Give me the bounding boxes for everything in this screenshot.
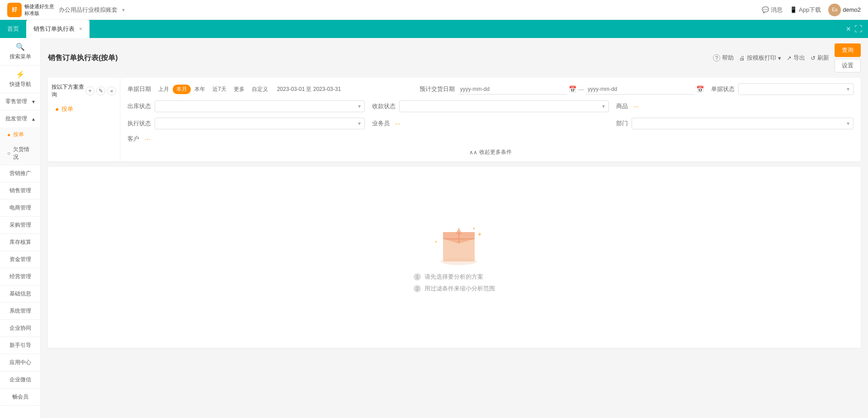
page-header: 销售订单执行表(按单) ? 帮助 🖨 按模板打印 ▾ ↗ 导出 (48, 43, 861, 72)
svg-text:✦: ✦ (477, 231, 482, 238)
product-ellipsis-btn[interactable]: ··· (632, 103, 641, 110)
svg-marker-8 (456, 228, 462, 234)
main-layout: 🔍 搜索菜单 ⚡ 快捷导航 零售管理 ▾ 批发管理 ▴ ● 按单 (0, 38, 868, 418)
calendar-start-icon[interactable]: 📅 (569, 86, 576, 93)
sidebar-item-member[interactable]: 畅会员 (0, 389, 40, 406)
collapse-btn[interactable]: ∧∧ 收起更多条件 (469, 148, 512, 156)
sidebar-item-wholesale[interactable]: 批发管理 ▴ (0, 110, 40, 127)
tab-bar-actions: × ⛶ (846, 25, 868, 33)
settings-button[interactable]: 设置 (835, 59, 861, 72)
close-window-btn[interactable]: × (846, 25, 851, 33)
sidebar-item-marketing[interactable]: 营销推广 (0, 165, 40, 182)
sales-ellipsis-btn[interactable]: ··· (393, 120, 402, 127)
help-icon: ? (713, 54, 720, 62)
sidebar-item-app-center[interactable]: 应用中心 (0, 354, 40, 371)
receipt-label: 收款状态 (372, 102, 396, 110)
filter-group-dept: 部门 ▾ (616, 118, 854, 129)
expected-date-end[interactable] (586, 84, 694, 95)
message-icon: 💬 (762, 6, 769, 13)
filter-row-3: 执行状态 ▾ 业务员 ··· 部门 (127, 118, 854, 129)
sidebar-item-retail[interactable]: 零售管理 ▾ (0, 93, 40, 110)
status-select[interactable]: ▾ (738, 83, 854, 95)
export-icon: ↗ (787, 55, 792, 62)
date-tab-this-month[interactable]: 本月 (173, 85, 191, 94)
print-chevron-icon: ▾ (778, 55, 781, 62)
sidebar-item-system[interactable]: 系统管理 (0, 303, 40, 320)
date-label: 单据日期 (127, 85, 151, 93)
scheme-selector: 按以下方案查询 + ✎ « (48, 78, 120, 162)
filter-group-outbound: 出库状态 ▾ (127, 100, 365, 112)
user-profile-btn[interactable]: Ea demo2 (828, 4, 861, 16)
tab-close-icon[interactable]: × (79, 26, 82, 32)
sidebar-sub-item-欠货情况[interactable]: ○ 欠货情况 (0, 142, 40, 165)
sidebar: 🔍 搜索菜单 ⚡ 快捷导航 零售管理 ▾ 批发管理 ▴ ● 按单 (0, 38, 41, 418)
sidebar-item-corp[interactable]: 企业协同 (0, 320, 40, 337)
edit-scheme-btn[interactable]: ✎ (96, 86, 105, 95)
outbound-label: 出库状态 (127, 102, 151, 110)
sidebar-quick-nav[interactable]: ⚡ 快捷导航 (0, 66, 40, 93)
dept-chevron-icon: ▾ (847, 120, 849, 127)
exec-chevron-icon: ▾ (358, 120, 361, 127)
product-label: 商品 (616, 102, 628, 110)
date-tab-last-month[interactable]: 上月 (155, 85, 173, 94)
export-btn[interactable]: ↗ 导出 (787, 54, 805, 62)
calendar-end-icon[interactable]: 📅 (696, 86, 704, 93)
sidebar-sub-menu: ● 按单 ○ 欠货情况 (0, 127, 40, 165)
empty-tip-1: 1 请先选择要分析的方案 (414, 273, 495, 281)
receipt-select[interactable]: ▾ (399, 100, 609, 112)
help-btn[interactable]: ? 帮助 (713, 54, 734, 62)
tab-home[interactable]: 首页 (0, 20, 26, 38)
date-tab-7days[interactable]: 近7天 (209, 85, 230, 94)
message-btn[interactable]: 💬 消息 (762, 6, 783, 14)
collapse-up-icon: ∧∧ (469, 149, 477, 156)
edit-icon: ✎ (99, 88, 103, 94)
sidebar-item-purchase[interactable]: 采购管理 (0, 217, 40, 234)
scheme-item-按单[interactable]: ● 按单 (52, 102, 116, 116)
print-btn[interactable]: 🖨 按模板打印 ▾ (739, 54, 781, 62)
sidebar-item-ops[interactable]: 经营管理 (0, 268, 40, 285)
collapse-scheme-btn[interactable]: « (107, 86, 116, 95)
maximize-window-btn[interactable]: ⛶ (854, 25, 863, 33)
scheme-actions: + ✎ « (85, 86, 116, 95)
filter-row-2: 出库状态 ▾ 收款状态 ▾ (127, 100, 854, 112)
breadcrumb: 办公用品行业模拟账套 (59, 6, 118, 14)
tab-sales-order-exec[interactable]: 销售订单执行表 × (26, 20, 90, 38)
date-tab-custom[interactable]: 自定义 (248, 85, 272, 94)
sales-label: 业务员 (372, 119, 390, 128)
sidebar-item-inventory[interactable]: 库存核算 (0, 234, 40, 251)
sub-item-icon: ○ (7, 150, 10, 157)
add-scheme-btn[interactable]: + (85, 86, 94, 95)
expected-date-start[interactable] (458, 84, 567, 95)
sidebar-search[interactable]: 🔍 搜索菜单 (0, 38, 40, 66)
dept-label: 部门 (616, 119, 628, 128)
date-separator: — (578, 86, 584, 93)
sidebar-item-sales[interactable]: 销售管理 (0, 182, 40, 200)
sidebar-sub-item-按单[interactable]: ● 按单 (0, 127, 40, 142)
dept-select[interactable]: ▾ (632, 118, 854, 129)
exec-select[interactable]: ▾ (155, 118, 365, 129)
date-tab-more[interactable]: 更多 (230, 85, 248, 94)
result-area: ✦ ✦ ✦ 1 请先选择要分析的方案 2 用过滤条件来缩小分析范围 (48, 167, 861, 348)
nav-icon: ⚡ (16, 70, 25, 79)
sidebar-item-finance[interactable]: 资金管理 (0, 251, 40, 268)
outbound-chevron-icon: ▾ (358, 103, 361, 109)
add-icon: + (88, 88, 91, 94)
page-container: 销售订单执行表(按单) ? 帮助 🖨 按模板打印 ▾ ↗ 导出 (41, 38, 868, 353)
outbound-select[interactable]: ▾ (155, 100, 365, 112)
filter-row-1: 单据日期 上月 本月 本年 近7天 更多 自定义 2023-03-01 至 20… (127, 83, 854, 95)
refresh-btn[interactable]: ↺ 刷新 (811, 54, 829, 62)
query-button[interactable]: 查询 (835, 43, 861, 57)
customer-ellipsis-btn[interactable]: ··· (143, 135, 152, 142)
sidebar-item-basic[interactable]: 基础信息 (0, 285, 40, 303)
filter-group-product: 商品 ··· (616, 102, 854, 110)
top-bar: 好 畅捷通好生意 标准版 办公用品行业模拟账套 ▾ 💬 消息 📱 App下载 E… (0, 0, 868, 20)
sidebar-item-ecommerce[interactable]: 电商管理 (0, 200, 40, 217)
collapse-row: ∧∧ 收起更多条件 (127, 148, 854, 156)
empty-tips: 1 请先选择要分析的方案 2 用过滤条件来缩小分析范围 (414, 273, 495, 296)
sidebar-item-corp-wechat[interactable]: 企业微信 (0, 371, 40, 389)
date-tab-this-year[interactable]: 本年 (191, 85, 209, 94)
app-download-btn[interactable]: 📱 App下载 (790, 6, 821, 14)
sidebar-item-newbie[interactable]: 新手引导 (0, 337, 40, 354)
date-range-display: 2023-03-01 至 2023-03-31 (277, 86, 341, 93)
filter-group-receipt: 收款状态 ▾ (372, 100, 609, 112)
